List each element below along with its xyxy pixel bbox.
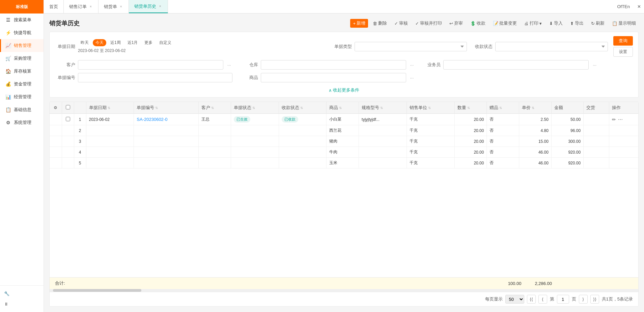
batch-change-button[interactable]: 📝 批量变更 (490, 19, 520, 28)
cell-checkbox[interactable] (62, 114, 74, 125)
sidebar-item-inventory[interactable]: 🏠 库存核算 (0, 65, 44, 78)
sidebar-item-finance-mgmt[interactable]: 💰 资金管理 (0, 78, 44, 90)
filter-warehouse-input[interactable] (261, 60, 406, 70)
filter-settings-button[interactable]: 设置 (613, 47, 633, 57)
cell-checkbox[interactable] (62, 125, 74, 136)
sidebar-item-sys-mgmt[interactable]: ⚙ 系统管理 (0, 116, 44, 129)
th-unit[interactable]: 销售单位⇅ (407, 102, 454, 114)
query-button[interactable]: 查询 (613, 36, 633, 46)
sidebar-item-basic-info[interactable]: 📋 基础信息 (0, 103, 44, 116)
cell-checkbox[interactable] (62, 147, 74, 158)
date-tab-7days[interactable]: 近1周 (108, 39, 123, 46)
cell-gear (50, 158, 62, 168)
cell-gear (50, 147, 62, 158)
tab-home[interactable]: 首页 (44, 0, 64, 13)
sidebar-bottom-collapse[interactable]: ⏸ (0, 299, 44, 309)
filter-customer-dots[interactable]: ··· (226, 62, 232, 68)
date-tab-today[interactable]: 今天 (93, 39, 106, 46)
discard-button[interactable]: ↩ 弃审 (447, 19, 466, 28)
th-date[interactable]: 单据日期⇅ (86, 102, 134, 114)
cell-checkbox[interactable] (62, 158, 74, 168)
delete-label: 删除 (378, 20, 387, 26)
show-detail-button[interactable]: 📋 显示明细 (609, 19, 639, 28)
tab-sales-order-close[interactable]: × (89, 4, 93, 9)
doc-no-link[interactable]: SA-20230602-0 (137, 117, 167, 122)
new-button[interactable]: + 新增 (350, 19, 368, 28)
audit-print-button[interactable]: ✓ 审核并打印 (413, 19, 445, 28)
date-tab-yesterday[interactable]: 昨天 (78, 39, 91, 46)
finance-mgmt-icon: 💰 (5, 81, 11, 87)
collapse-button[interactable]: ∧ 收起更多条件 (329, 87, 359, 93)
cell-checkbox[interactable] (62, 136, 74, 147)
date-tab-custom[interactable]: 自定义 (157, 39, 174, 46)
filter-customer-input[interactable] (78, 60, 223, 70)
audit-print-label: 审核并打印 (420, 20, 442, 26)
import-label: 导入 (554, 20, 563, 26)
data-table: ⚙ 单据日期⇅ 单据编号⇅ 客户⇅ (50, 102, 638, 168)
cell-amount: 300.00 (551, 136, 583, 147)
edit-icon[interactable]: ✏ (612, 117, 616, 122)
nav-close-button[interactable]: ✕ (634, 0, 644, 13)
sidebar-item-quick-nav[interactable]: ⚡ 快捷导航 (0, 26, 44, 39)
filter-sales-staff-dots[interactable]: ··· (591, 62, 598, 68)
prev-page-button[interactable]: ⟨ (538, 295, 547, 304)
filter-sales-staff-input[interactable] (443, 60, 589, 70)
row-checkbox[interactable] (66, 117, 70, 121)
new-label: 新增 (357, 20, 365, 26)
sidebar-item-search-menu[interactable]: ☰ 搜索菜单 (0, 14, 44, 26)
export-button[interactable]: ⬆ 导出 (567, 19, 586, 28)
import-button[interactable]: ⬇ 导入 (547, 19, 565, 28)
audit-button[interactable]: ✓ 审核 (392, 19, 411, 28)
th-price[interactable]: 单价⇅ (519, 102, 552, 114)
filter-warehouse-dots[interactable]: ··· (409, 62, 415, 68)
date-tab-1month[interactable]: 近1月 (125, 39, 141, 46)
th-goods[interactable]: 商品⇅ (327, 102, 359, 114)
last-page-button[interactable]: ⟩⟩ (590, 295, 599, 304)
export-icon: ⬆ (570, 21, 574, 26)
bottom-collapse-icon: ⏸ (4, 302, 8, 307)
tab-sales-history-close[interactable]: × (158, 4, 162, 9)
page-number-input[interactable]: 1 (557, 295, 569, 304)
collect-button[interactable]: 💲 收款 (468, 19, 488, 28)
filter-goods-input[interactable] (261, 73, 406, 82)
th-doc-no[interactable]: 单据编号⇅ (134, 102, 199, 114)
cell-goods: 牛肉 (327, 147, 359, 158)
refresh-button[interactable]: ↻ 刷新 (588, 19, 607, 28)
select-all-checkbox[interactable] (66, 105, 70, 109)
date-tab-more[interactable]: 更多 (142, 39, 155, 46)
cell-doc-no (134, 147, 199, 158)
th-gear[interactable]: ⚙ (50, 102, 62, 114)
filter-doc-type-select[interactable] (355, 42, 467, 51)
sidebar-item-purchase-mgmt[interactable]: 🛒 采购管理 (0, 52, 44, 65)
tab-sales-goods[interactable]: 销货单 × (99, 0, 129, 13)
tab-sales-goods-label: 销货单 (104, 4, 117, 10)
filter-doc-no-input[interactable] (78, 73, 232, 82)
filter-collect-status-select[interactable] (495, 42, 608, 51)
horizontal-scrollbar[interactable] (50, 289, 638, 292)
th-collect-status[interactable]: 收款状态⇅ (279, 102, 327, 114)
th-quantity[interactable]: 数量⇅ (454, 102, 487, 114)
delete-button[interactable]: 🗑 删除 (370, 19, 390, 28)
first-page-button[interactable]: ⟨⟨ (527, 295, 536, 304)
next-page-button[interactable]: ⟩ (579, 295, 588, 304)
cell-doc-status (231, 158, 279, 168)
filter-sales-staff-item: 业务员 ··· (420, 60, 598, 70)
filter-goods-dots[interactable]: ··· (409, 75, 415, 80)
sidebar-item-sales-mgmt[interactable]: 📈 销售管理 (0, 39, 44, 52)
scrollbar-thumb[interactable] (53, 289, 141, 292)
per-page-select[interactable]: 50 20 100 200 (505, 295, 524, 304)
th-doc-status[interactable]: 单据状态⇅ (231, 102, 279, 114)
more-icon[interactable]: ⋯ (618, 117, 623, 122)
th-checkbox[interactable] (62, 102, 74, 114)
print-button[interactable]: 🖨 打印 ▾ (522, 19, 544, 28)
tab-sales-history[interactable]: 销货单历史 × (129, 0, 168, 13)
th-trade: 交货 (584, 102, 609, 114)
cell-date (86, 147, 134, 158)
th-customer[interactable]: 客户⇅ (198, 102, 231, 114)
tab-sales-goods-close[interactable]: × (119, 4, 123, 9)
sidebar-item-ops-mgmt[interactable]: 📊 经营管理 (0, 90, 44, 103)
th-spec[interactable]: 规格型号⇅ (359, 102, 407, 114)
sidebar-bottom-settings[interactable]: 🔧 (0, 288, 44, 299)
th-gift[interactable]: 赠品⇅ (487, 102, 519, 114)
tab-sales-order[interactable]: 销售订单 × (64, 0, 99, 13)
